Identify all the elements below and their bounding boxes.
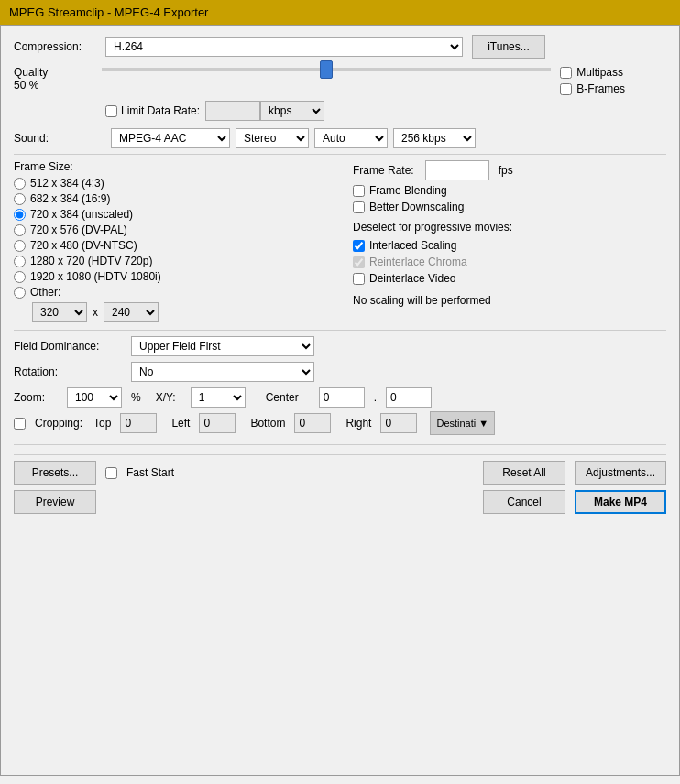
deinterlace-video-label: Deinterlace Video [369,272,456,285]
frame-blending-label: Frame Blending [369,184,447,197]
bframes-checkbox[interactable] [560,83,572,95]
framesize-radio-0[interactable] [14,178,26,190]
fast-start-checkbox[interactable] [105,467,117,479]
quality-label: Quality [14,66,102,79]
quality-slider[interactable] [102,68,551,71]
width-select[interactable]: 320 [32,302,87,322]
bframes-label: B-Frames [576,82,625,95]
sound-samplerate-select[interactable]: Auto [314,128,388,148]
window-title: MPEG Streamclip - MPEG-4 Exporter [9,5,208,19]
scaling-note: No scaling will be performed [353,294,666,307]
framesize-option-2: 720 x 384 (unscaled) [30,208,133,221]
presets-button[interactable]: Presets... [14,461,96,485]
interlaced-scaling-checkbox[interactable] [353,240,365,252]
cropping-label: Cropping: [35,417,82,430]
better-downscaling-label: Better Downscaling [369,201,464,213]
center-label: Center [266,391,299,404]
zoom-select[interactable]: 100 [67,387,122,408]
frame-size-label: Frame Size: [14,160,344,173]
right-label: Right [345,417,371,430]
framesize-radio-3[interactable] [14,224,26,236]
height-select[interactable]: 240 [104,302,159,322]
framesize-other-label: Other: [30,286,60,299]
fast-start-label: Fast Start [126,466,174,479]
fps-label: fps [499,164,513,177]
sound-channels-select[interactable]: Stereo [236,128,309,148]
top-input[interactable] [120,413,157,433]
rotation-select[interactable]: No [131,362,314,382]
framesize-radio-4[interactable] [14,240,26,252]
reinterlace-chroma-checkbox[interactable] [353,256,365,268]
bottom-label: Bottom [250,417,285,430]
data-rate-unit[interactable]: kbps [260,101,324,121]
frame-rate-input[interactable] [425,160,489,180]
data-rate-input[interactable] [205,101,260,121]
sound-label: Sound: [14,132,105,145]
main-window: Compression: H.264 iTunes... Quality 50 … [0,25,680,776]
adjustments-button[interactable]: Adjustments... [575,461,666,485]
make-mp4-button[interactable]: Make MP4 [575,490,666,514]
interlaced-scaling-label: Interlaced Scaling [369,239,456,252]
zoom-percent: % [131,391,141,404]
xy-select[interactable]: 1 [191,387,246,408]
compression-label: Compression: [14,40,105,53]
x-label: x [93,306,98,319]
left-input[interactable] [199,413,236,433]
top-label: Top [93,417,111,430]
framesize-option-0: 512 x 384 (4:3) [30,177,104,190]
center-x-input[interactable] [319,387,365,408]
deselect-label: Deselect for progressive movies: [353,221,666,234]
left-label: Left [171,417,190,430]
frame-rate-label: Frame Rate: [353,164,414,177]
limit-data-rate-checkbox[interactable] [105,105,117,117]
frame-blending-checkbox[interactable] [353,185,365,197]
reset-all-button[interactable]: Reset All [483,461,565,485]
zoom-label: Zoom: [14,391,61,404]
destination-button[interactable]: Destinati ▼ [430,411,495,435]
framesize-option-5: 1280 x 720 (HDTV 720p) [30,255,152,267]
framesize-radio-1[interactable] [14,193,26,205]
multipass-label: Multipass [576,66,623,79]
framesize-option-4: 720 x 480 (DV-NTSC) [30,239,137,252]
sound-codec-select[interactable]: MPEG-4 AAC [111,128,230,148]
preview-button[interactable]: Preview [14,490,96,514]
title-bar: MPEG Streamclip - MPEG-4 Exporter [0,0,680,25]
framesize-option-6: 1920 x 1080 (HDTV 1080i) [30,270,161,283]
xy-label: X/Y: [156,391,176,404]
quality-percent: 50 % [14,79,102,92]
center-dot: . [374,391,377,404]
itunes-button[interactable]: iTunes... [472,35,545,59]
framesize-radio-5[interactable] [14,256,26,267]
bottom-input[interactable] [294,413,331,433]
framesize-radio-2[interactable] [14,209,26,221]
limit-data-rate-label: Limit Data Rate: [121,104,200,117]
cancel-button[interactable]: Cancel [483,490,565,514]
rotation-label: Rotation: [14,365,124,378]
multipass-checkbox[interactable] [560,67,572,79]
framesize-option-1: 682 x 384 (16:9) [30,192,110,205]
framesize-radio-6[interactable] [14,271,26,283]
field-dominance-label: Field Dominance: [14,340,124,353]
better-downscaling-checkbox[interactable] [353,201,365,213]
right-input[interactable] [380,413,417,433]
reinterlace-chroma-label: Reinterlace Chroma [369,256,467,268]
compression-select[interactable]: H.264 [105,37,463,57]
center-y-input[interactable] [386,387,432,408]
framesize-radio-other[interactable] [14,287,26,299]
deinterlace-video-checkbox[interactable] [353,273,365,285]
field-dominance-select[interactable]: Upper Field First [131,336,314,356]
framesize-option-3: 720 x 576 (DV-PAL) [30,223,127,236]
cropping-checkbox[interactable] [14,418,26,430]
sound-bitrate-select[interactable]: 256 kbps [393,128,476,148]
